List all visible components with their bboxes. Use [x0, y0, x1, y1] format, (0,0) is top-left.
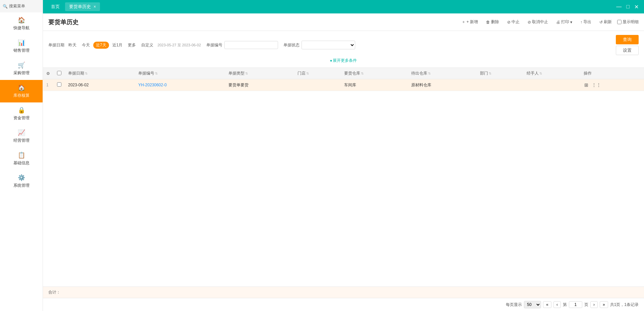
more-icon[interactable]: ⋮⋮ [591, 82, 602, 88]
nav-label-operations: 经营管理 [13, 138, 30, 143]
tab-home[interactable]: 首页 [47, 2, 64, 11]
nav-icon-inventory: 🏠 [18, 84, 25, 91]
sidebar-item-system[interactable]: ⚙️系统管理 [0, 170, 43, 192]
th-checkbox [54, 68, 65, 79]
nav-icon-operations: 📈 [18, 129, 25, 136]
export-button[interactable]: ↑ 导出 [578, 18, 594, 26]
expand-conditions-button[interactable]: ▾ 展开更多条件 [330, 58, 357, 63]
sidebar-search-label: 搜索菜单 [9, 3, 25, 9]
doc-no-input[interactable] [224, 41, 278, 49]
th-doc-no: 单据编号⇅ [135, 68, 225, 79]
sidebar-item-basic-info[interactable]: 📋基础信息 [0, 147, 43, 170]
status-label: 单据状态 [283, 42, 300, 48]
th-pending-warehouse: 待出仓库⇅ [408, 68, 477, 79]
window-controls: — □ ✕ [615, 3, 640, 11]
nav-label-system: 系统管理 [13, 183, 30, 188]
table-container: ⚙ 单据日期⇅ 单据编号⇅ 单据类型⇅ 门店⇅ 要货仓库⇅ 待出仓库⇅ 部门⇅ … [43, 68, 644, 286]
th-store: 门店⇅ [294, 68, 341, 79]
status-select[interactable] [302, 41, 355, 49]
cell-row-num: 1 [43, 79, 54, 91]
show-detail-checkbox[interactable] [617, 20, 622, 24]
cell-pending-warehouse: 原材料仓库 [408, 79, 477, 91]
nav-icon-purchase: 🛒 [18, 61, 25, 69]
stop-icon: ⊘ [507, 20, 511, 25]
cancel-stop-icon: ⊘ [528, 20, 531, 25]
filter-row: 单据日期 昨天今天近7天近1月更多自定义 2023-05-27 至 2023-0… [48, 35, 639, 55]
query-button[interactable]: 查询 [616, 35, 639, 44]
next-page-button[interactable]: › [590, 301, 598, 308]
th-dept: 部门⇅ [477, 68, 523, 79]
th-ops: 操作 [580, 68, 644, 79]
sidebar-search[interactable]: 🔍 搜索菜单 [0, 0, 43, 12]
sidebar-item-inventory[interactable]: 🏠库存核算 [0, 80, 43, 102]
footer-bar: 合计： [43, 286, 644, 298]
tab-active[interactable]: 要货单历史 × [65, 2, 100, 11]
date-shortcut-近7天[interactable]: 近7天 [93, 42, 109, 49]
sidebar-item-sales[interactable]: 📊销售管理 [0, 35, 43, 57]
sidebar-item-finance[interactable]: 🔒资金管理 [0, 102, 43, 125]
cancel-stop-button[interactable]: ⊘ 取消中止 [525, 18, 551, 26]
nav-label-sales: 销售管理 [13, 48, 30, 53]
header-actions: ＋ + 新增 🗑 删除 ⊘ 中止 ⊘ 取消中止 🖨 打印 ▾ ↑ [459, 18, 639, 26]
refresh-button[interactable]: ↺ 刷新 [597, 18, 614, 26]
tab-close-icon[interactable]: × [94, 4, 96, 9]
date-shortcut-近1月[interactable]: 近1月 [110, 42, 125, 49]
doc-no-link[interactable]: YH-20230602-0 [138, 83, 167, 87]
sidebar-item-quick-nav[interactable]: 🏠快捷导航 [0, 12, 43, 35]
cell-req-warehouse: 车间库 [341, 79, 408, 91]
topbar: 首页 要货单历史 × — □ ✕ [43, 0, 644, 13]
filter-actions: 查询 设置 [616, 35, 639, 55]
view-icon[interactable]: ⊞ [584, 82, 589, 88]
date-range-text: 2023-05-27 至 2023-06-02 [157, 43, 201, 48]
date-shortcut-自定义[interactable]: 自定义 [139, 42, 155, 49]
prev-page-button[interactable]: ‹ [553, 301, 561, 308]
select-all-checkbox[interactable] [57, 71, 61, 75]
page-size-select[interactable]: 2050100 [524, 301, 541, 308]
print-button[interactable]: 🖨 打印 ▾ [553, 18, 575, 26]
nav-label-inventory: 库存核算 [13, 93, 30, 98]
nav-icon-system: ⚙️ [18, 174, 25, 181]
th-req-warehouse: 要货仓库⇅ [341, 68, 408, 79]
print-icon: 🖨 [556, 20, 560, 25]
row-checkbox[interactable] [57, 82, 61, 87]
main-area: 首页 要货单历史 × — □ ✕ 要货单历史 ＋ + 新增 🗑 删除 ⊘ [43, 0, 644, 311]
nav-icon-sales: 📊 [18, 39, 25, 46]
window-close-icon[interactable]: ✕ [633, 3, 640, 11]
table-row: 1 2023-06-02 YH-20230602-0 要货单要货 车间库 原材料… [43, 79, 644, 91]
cell-doc-no[interactable]: YH-20230602-0 [135, 79, 225, 91]
first-page-button[interactable]: « [543, 301, 551, 308]
last-page-button[interactable]: » [600, 301, 608, 308]
date-shortcuts: 昨天今天近7天近1月更多自定义 [66, 42, 155, 49]
date-filter-label: 单据日期 [48, 42, 64, 48]
pagination-bar: 每页显示 2050100 « ‹ 第 页 › » 共1页，1条记录 [43, 298, 644, 311]
nav-label-quick-nav: 快捷导航 [13, 25, 30, 31]
cell-date: 2023-06-02 [65, 79, 135, 91]
cell-doc-type: 要货单要货 [225, 79, 294, 91]
stop-button[interactable]: ⊘ 中止 [504, 18, 522, 26]
show-detail-label[interactable]: 显示明细 [617, 19, 639, 25]
cell-checkbox[interactable] [54, 79, 65, 91]
date-filter-group: 单据日期 昨天今天近7天近1月更多自定义 2023-05-27 至 2023-0… [48, 42, 201, 49]
chevron-down-icon: ▾ [330, 58, 332, 63]
nav-icon-basic-info: 📋 [18, 151, 25, 159]
doc-no-label: 单据编号 [206, 42, 222, 48]
cell-dept [477, 79, 523, 91]
cell-ops: ⊞ ⋮⋮ [580, 79, 644, 91]
sidebar-item-operations[interactable]: 📈经营管理 [0, 125, 43, 147]
current-page-input[interactable] [569, 301, 582, 308]
date-shortcut-今天[interactable]: 今天 [80, 42, 92, 49]
minimize-icon[interactable]: — [615, 3, 623, 10]
delete-button[interactable]: 🗑 删除 [483, 18, 502, 26]
status-filter-group: 单据状态 [283, 41, 355, 49]
tab-home-label: 首页 [51, 4, 60, 10]
setting-button[interactable]: 设置 [616, 46, 639, 55]
table-header-row: ⚙ 单据日期⇅ 单据编号⇅ 单据类型⇅ 门店⇅ 要货仓库⇅ 待出仓库⇅ 部门⇅ … [43, 68, 644, 79]
date-shortcut-更多[interactable]: 更多 [126, 42, 138, 49]
new-icon: ＋ [462, 19, 466, 25]
sidebar-item-purchase[interactable]: 🛒采购管理 [0, 57, 43, 80]
nav-icon-finance: 🔒 [18, 106, 25, 114]
new-button[interactable]: ＋ + 新增 [459, 18, 481, 26]
data-table: ⚙ 单据日期⇅ 单据编号⇅ 单据类型⇅ 门店⇅ 要货仓库⇅ 待出仓库⇅ 部门⇅ … [43, 68, 644, 91]
date-shortcut-昨天[interactable]: 昨天 [66, 42, 78, 49]
maximize-icon[interactable]: □ [625, 3, 631, 10]
